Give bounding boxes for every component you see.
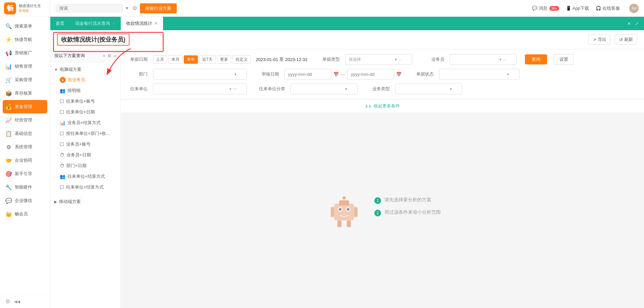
sidebar-item-purchase[interactable]: 🛒 采购管理 xyxy=(0,73,50,87)
search-input[interactable] xyxy=(56,4,123,12)
avatar: Rit xyxy=(629,4,639,13)
filter-row-3: 往来单位 ▼ ··· 往来单位分类 ▼ 业务类型 ▼ xyxy=(127,84,637,94)
date-tab-custom[interactable]: 自定义 xyxy=(232,55,251,64)
calendar-from-icon[interactable]: 📅 xyxy=(333,72,339,77)
sidebar-item-system[interactable]: ⚙ 系统管理 xyxy=(0,140,50,154)
trial-button[interactable]: 体验行业方案 xyxy=(140,3,177,13)
date-dash: — xyxy=(341,72,345,77)
scheme-item-unit-account[interactable]: ☐ 往来单位+账号 xyxy=(50,96,120,107)
staff-select[interactable]: ▼ ··· xyxy=(450,54,517,65)
sidebar-item-inventory[interactable]: 📦 库存核算 xyxy=(0,87,50,100)
date-tab-7days[interactable]: 近7天 xyxy=(199,55,216,64)
audit-to-input[interactable] xyxy=(347,69,394,80)
scheme-group-pc-title[interactable]: ▼ 电脑端方案 xyxy=(50,64,120,74)
active-dot-icon: ● xyxy=(60,77,66,83)
doc-type-more-icon[interactable]: ··· xyxy=(399,57,402,62)
date-tab-lastmonth[interactable]: 上月 xyxy=(153,55,167,64)
doc-type-select[interactable]: 请选择 ▼ ··· xyxy=(345,54,412,65)
settings-scheme-icon[interactable]: ⚙ xyxy=(107,53,112,58)
staff-date-icon: ⏱ xyxy=(60,152,64,158)
calendar-to-icon[interactable]: 📅 xyxy=(396,72,401,77)
add-scheme-icon[interactable]: + xyxy=(103,53,105,58)
header-gear-icon[interactable]: ⚙ xyxy=(132,5,137,11)
sidebar-item-finance[interactable]: 💰 资金管理 xyxy=(3,100,47,113)
dept-date-icon: ⏱ xyxy=(60,163,64,168)
date-tab-thismonth[interactable]: 本月 xyxy=(168,55,182,64)
search-icon: 🔍 xyxy=(5,23,12,30)
settings-bottom-icon[interactable]: ⚙ xyxy=(5,298,10,305)
app-download-item[interactable]: 📱 App下载 xyxy=(566,5,589,11)
staff-more-icon[interactable]: ··· xyxy=(503,57,507,62)
sidebar-item-wechat[interactable]: 💬 企业微信 xyxy=(0,194,50,207)
sidebar-item-enterprise[interactable]: 🤝 企业协同 xyxy=(0,154,50,167)
partner-dots-icon[interactable]: ··· xyxy=(233,86,237,92)
biz-type-select[interactable]: ▼ xyxy=(395,84,462,94)
page-header-actions: ↗ 导出 ↺ 刷新 xyxy=(588,35,637,45)
purchase-icon: 🛒 xyxy=(5,76,12,83)
sidebar-item-quicknav[interactable]: ⚡ 快捷导航 xyxy=(0,33,50,46)
settings-button[interactable]: 设置 xyxy=(554,54,574,65)
doc-status-select[interactable]: ▼ xyxy=(439,69,520,80)
biz-type-label: 业务类型 xyxy=(370,86,390,92)
filter-area: 单据日期 上月 本月 本年 近7天 更多 自定义 2023-01-01 至 20… xyxy=(121,49,644,99)
sidebar-item-operation[interactable]: 📈 经营管理 xyxy=(0,113,50,127)
partner-select[interactable]: ▼ ··· xyxy=(153,84,247,94)
scheme-item-unit-settle1[interactable]: 👥 往来单位+结算方式 xyxy=(50,171,120,182)
dept-select[interactable]: ▼ xyxy=(153,69,247,80)
sidebar-item-marketing[interactable]: 📢 营销推广 xyxy=(0,46,50,60)
scheme-item-unit-settle2[interactable]: ☐ 往来单位+结算方式 xyxy=(50,182,120,193)
scheme-group-pc: ▼ 电脑端方案 ● 按业务员 👥 按明细 ☐ 往来单位+账号 ☐ 往来单位 xyxy=(50,62,120,195)
scheme-item-unit-dept[interactable]: ☐ 按往来单位+部门+收... xyxy=(50,128,120,139)
tab-receipt[interactable]: 收款情况统计 ✕ xyxy=(121,17,163,30)
audit-date-group: 📅 — 📅 xyxy=(284,69,401,80)
sidebar-toggle-icon[interactable]: ◀◀ xyxy=(14,299,20,304)
scheme-item-staff-settle[interactable]: 📊 业务员+结算方式 xyxy=(50,117,120,128)
online-service-item[interactable]: 🎧 在线客服 xyxy=(596,5,620,11)
refresh-icon: ↺ xyxy=(619,37,623,42)
refresh-button[interactable]: ↺ 刷新 xyxy=(615,35,637,45)
sidebar-item-guide[interactable]: 🎯 新手引导 xyxy=(0,167,50,181)
sidebar-item-search[interactable]: 🔍 搜索菜单 xyxy=(0,19,50,33)
date-range: 2023-01-01 至 2023-12-31 xyxy=(256,56,308,62)
sidebar-item-member[interactable]: 👑 畅会员 xyxy=(0,207,50,221)
scheme-group-mobile: ▶ 移动端方案 xyxy=(50,195,120,209)
tab-expand-icon[interactable]: ⤢ xyxy=(635,21,639,26)
sidebar-item-sales[interactable]: 📊 销售管理 xyxy=(0,60,50,73)
svg-rect-3 xyxy=(331,207,334,217)
partner-arrow-icon: ▼ xyxy=(229,87,232,91)
guide-icon: 🎯 xyxy=(5,170,12,177)
date-label: 单据日期 xyxy=(127,56,148,62)
export-button[interactable]: ↗ 导出 xyxy=(588,35,611,45)
tab-close-all-icon[interactable]: ✕ xyxy=(627,21,631,26)
scheme-item-unit-date[interactable]: ☐ 往来单位+日期 xyxy=(50,107,120,117)
scheme-item-by-staff[interactable]: ● 按业务员 xyxy=(50,74,120,85)
query-button[interactable]: 查询 xyxy=(525,54,547,64)
tip-num-1: 1 xyxy=(374,197,381,204)
scheme-item-staff-account[interactable]: ☐ 业务员+账号 xyxy=(50,139,120,150)
collapse-panel-icon[interactable]: « xyxy=(114,53,116,58)
tab-bank[interactable]: 现金银行流水查询 ✕ xyxy=(70,17,121,30)
dropdown-arrow-icon[interactable]: ▼ xyxy=(125,6,129,11)
tab-receipt-close[interactable]: ✕ xyxy=(154,21,158,26)
audit-from-input[interactable] xyxy=(284,69,331,80)
date-to: 2023-12-31 xyxy=(285,57,308,62)
sidebar-item-basic[interactable]: 📋 基础信息 xyxy=(0,127,50,140)
message-item[interactable]: 💬 消息 99+ xyxy=(532,5,559,11)
user-avatar-item[interactable]: Rit xyxy=(627,4,639,13)
expand-arrow-mobile-icon: ▶ xyxy=(54,200,57,204)
tip-num-2: 2 xyxy=(374,210,381,216)
scheme-item-by-detail[interactable]: 👥 按明细 xyxy=(50,85,120,96)
sidebar-item-hardware[interactable]: 🔧 智能硬件 xyxy=(0,181,50,194)
scheme-group-mobile-title[interactable]: ▶ 移动端方案 xyxy=(50,197,120,207)
tab-bank-close[interactable]: ✕ xyxy=(112,21,115,26)
date-tab-thisyear[interactable]: 本年 xyxy=(184,55,198,64)
left-panel-header: 按以下方案查询 + ⚙ « xyxy=(50,49,120,62)
filter-row-2: 部门 ▼ 审核日期 📅 — 📅 单据状态 xyxy=(127,69,637,80)
system-icon: ⚙ xyxy=(5,144,12,150)
scheme-item-dept-date[interactable]: ⏱ 部门+日期 xyxy=(50,160,120,171)
date-tab-more[interactable]: 更多 xyxy=(217,55,231,64)
collapse-button[interactable]: ∧∧ 收起更多条件 xyxy=(121,99,644,112)
tab-home[interactable]: 首页 xyxy=(50,17,70,30)
scheme-item-staff-date[interactable]: ⏱ 业务员+日期 xyxy=(50,150,120,160)
partner-category-select[interactable]: ▼ xyxy=(290,84,358,94)
